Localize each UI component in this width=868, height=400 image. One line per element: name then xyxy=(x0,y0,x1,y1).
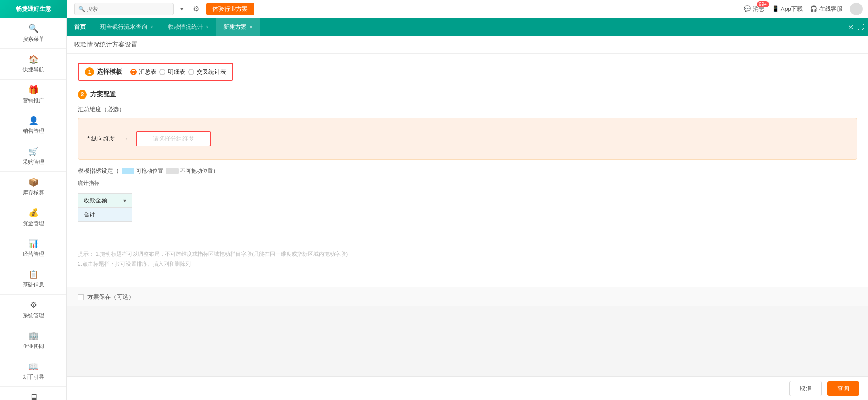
unmovable-hint-label: 不可拖动位置） xyxy=(180,167,218,175)
sidebar-item-label-search: 搜索菜单 xyxy=(23,35,44,43)
service-icon: 🎧 xyxy=(810,5,817,12)
dimension-area: * 纵向维度 → 请选择分组维度 xyxy=(78,118,857,160)
tab-cashflow-label: 现金银行流水查询 xyxy=(100,23,147,31)
unmovable-color-box xyxy=(166,168,179,174)
trial-btn[interactable]: 体验行业方案 xyxy=(206,3,254,15)
tab-close-all-btn[interactable]: ✕ xyxy=(848,23,854,32)
radio-detail-circle xyxy=(159,69,165,75)
tip-1: 提示： 1.拖动标题栏可以调整布局，不可跨维度或指标区域拖动栏目字段(只能在同一… xyxy=(78,249,857,259)
tab-maximize-btn[interactable]: ⛶ xyxy=(857,23,864,31)
page-title: 收款情况统计方案设置 xyxy=(67,36,868,54)
sidebar-item-basic[interactable]: 📋 基础信息 xyxy=(0,264,66,295)
tab-new-scheme-close[interactable]: × xyxy=(250,24,253,30)
sidebar-item-guide[interactable]: 📖 新手引导 xyxy=(0,356,66,387)
sidebar-item-label-sales: 销售管理 xyxy=(23,127,44,135)
top-bar: 畅捷通好生意 🔍 ▾ ⚙ 体验行业方案 💬 消息 99+ 📱 App下载 🎧 在… xyxy=(0,0,868,18)
search-box[interactable]: 🔍 xyxy=(74,3,174,15)
tab-cashflow[interactable]: 现金银行流水查询 × xyxy=(93,18,160,36)
tab-cashflow-close[interactable]: × xyxy=(150,24,153,30)
tips-section: 提示： 1.拖动标题栏可以调整布局，不可跨维度或指标区域拖动栏目字段(只能在同一… xyxy=(78,249,857,269)
tab-home-label: 首页 xyxy=(74,23,86,31)
message-btn[interactable]: 💬 消息 99+ xyxy=(744,5,764,13)
sidebar-item-sales[interactable]: 👤 销售管理 xyxy=(0,110,66,141)
service-btn[interactable]: 🎧 在线客服 xyxy=(810,5,843,13)
sidebar-item-search-menu[interactable]: 🔍 搜索菜单 xyxy=(0,18,66,49)
settings-icon[interactable]: ⚙ xyxy=(190,3,203,15)
tab-home[interactable]: 首页 xyxy=(67,18,93,36)
movable-color-box xyxy=(122,168,134,174)
template-section: 1 选择模板 汇总表 xyxy=(78,63,857,81)
home-icon: 🏠 xyxy=(28,54,38,64)
query-button[interactable]: 查询 xyxy=(827,381,859,396)
sidebar-item-label-marketing: 营销推广 xyxy=(23,97,44,104)
bottom-actions: 取消 查询 xyxy=(67,376,868,400)
tip-2: 2.点击标题栏下拉可设置排序、插入列和删除列 xyxy=(78,259,857,269)
section2-number: 2 xyxy=(78,90,87,99)
enterprise-icon: 🏢 xyxy=(28,331,38,341)
search-input[interactable] xyxy=(87,6,170,12)
indicator-chevron-icon[interactable]: ▾ xyxy=(123,198,126,204)
save-label: 方案保存（可选） xyxy=(87,293,134,301)
tab-bar: 首页 现金银行流水查询 × 收款情况统计 × 新建方案 × ✕ ⛶ xyxy=(67,18,868,36)
basic-icon: 📋 xyxy=(28,269,38,279)
radio-summary[interactable]: 汇总表 xyxy=(130,68,156,76)
movable-hint: 可拖动位置 xyxy=(122,167,163,175)
unmovable-hint: 不可拖动位置） xyxy=(166,167,218,175)
tab-receipts-label: 收款情况统计 xyxy=(168,23,203,31)
radio-cross[interactable]: 交叉统计表 xyxy=(188,68,226,76)
section1-number: 1 xyxy=(85,67,94,76)
radio-detail[interactable]: 明细表 xyxy=(159,68,185,76)
radio-detail-label: 明细表 xyxy=(168,68,185,76)
search-dropdown-btn[interactable]: ▾ xyxy=(177,5,186,14)
gift-icon: 🎁 xyxy=(28,85,38,95)
sidebar-item-marketing[interactable]: 🎁 营销推广 xyxy=(0,80,66,110)
inventory-icon: 📦 xyxy=(28,177,38,187)
radio-summary-circle xyxy=(130,69,137,75)
search-menu-icon: 🔍 xyxy=(28,24,38,33)
tab-receipts[interactable]: 收款情况统计 × xyxy=(160,18,216,36)
download-btn[interactable]: 📱 App下载 xyxy=(772,5,803,13)
sidebar-item-label-finance: 资金管理 xyxy=(23,220,44,227)
sidebar-item-operation[interactable]: 📊 经营管理 xyxy=(0,233,66,264)
vertical-dimension-label: * 纵向维度 xyxy=(87,135,115,143)
message-icon: 💬 xyxy=(744,5,751,12)
sidebar: 🔍 搜索菜单 🏠 快捷导航 🎁 营销推广 👤 销售管理 🛒 采购管理 📦 库存核… xyxy=(0,18,67,400)
tab-new-scheme[interactable]: 新建方案 × xyxy=(216,18,260,36)
sidebar-item-purchase[interactable]: 🛒 采购管理 xyxy=(0,141,66,172)
download-label: App下载 xyxy=(781,5,803,13)
sales-icon: 👤 xyxy=(28,116,38,126)
section1-header: 1 选择模板 汇总表 xyxy=(78,63,857,81)
sidebar-item-label-system: 系统管理 xyxy=(23,312,44,320)
avatar[interactable] xyxy=(850,3,863,15)
sidebar-item-finance[interactable]: 💰 资金管理 xyxy=(0,202,66,233)
sidebar-item-label-guide: 新手引导 xyxy=(23,373,44,381)
main-layout: 🔍 搜索菜单 🏠 快捷导航 🎁 营销推广 👤 销售管理 🛒 采购管理 📦 库存核… xyxy=(0,18,868,400)
sidebar-item-label-nav: 快捷导航 xyxy=(23,66,44,74)
search-icon: 🔍 xyxy=(78,6,85,12)
sidebar-item-enterprise[interactable]: 🏢 企业协同 xyxy=(0,325,66,356)
sidebar-item-hardware[interactable]: 🖥 智能硬件 xyxy=(0,387,66,400)
sidebar-item-inventory[interactable]: 📦 库存核算 xyxy=(0,172,66,202)
tab-receipts-close[interactable]: × xyxy=(206,24,209,30)
dimension-row: * 纵向维度 → 请选择分组维度 xyxy=(87,131,848,146)
movable-hint-label: 可拖动位置 xyxy=(136,167,163,175)
section2-title: 方案配置 xyxy=(90,90,116,99)
cancel-button[interactable]: 取消 xyxy=(789,381,822,396)
tab-new-scheme-label: 新建方案 xyxy=(223,23,247,31)
indicator-section: 模板指标设定（ 可拖动位置 不可拖动位置） 统计指标 xyxy=(78,167,857,222)
config-section: 2 方案配置 汇总维度（必选） * 纵向维度 → 请选择分组维度 xyxy=(78,90,857,269)
sidebar-item-quick-nav[interactable]: 🏠 快捷导航 xyxy=(0,49,66,80)
indicator-section-label: 模板指标设定（ xyxy=(78,167,119,175)
sidebar-item-system[interactable]: ⚙ 系统管理 xyxy=(0,295,66,325)
dimension-section-label: 汇总维度（必选） xyxy=(78,105,857,113)
service-label: 在线客服 xyxy=(819,5,843,13)
system-icon: ⚙ xyxy=(30,300,37,310)
sidebar-item-label-basic: 基础信息 xyxy=(23,281,44,289)
save-option-bar: 方案保存（可选） xyxy=(67,287,868,306)
top-bar-right: 💬 消息 99+ 📱 App下载 🎧 在线客服 xyxy=(744,3,863,15)
dimension-select[interactable]: 请选择分组维度 xyxy=(136,131,211,146)
radio-cross-circle xyxy=(188,69,194,75)
indicator-table-header[interactable]: 收款金额 ▾ xyxy=(78,194,132,208)
save-checkbox[interactable] xyxy=(78,294,84,300)
content-area: 首页 现金银行流水查询 × 收款情况统计 × 新建方案 × ✕ ⛶ 收款情况统计… xyxy=(67,18,868,400)
